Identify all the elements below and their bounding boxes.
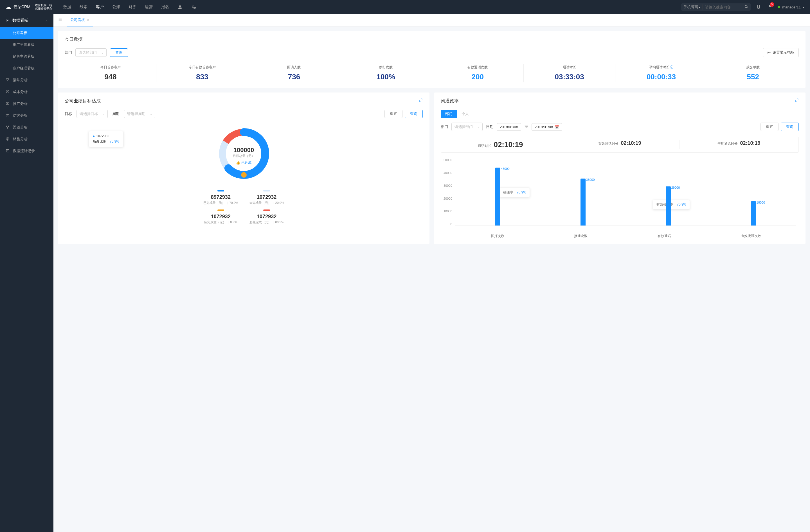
logo-title: 云朵CRM	[14, 4, 30, 10]
bell-icon[interactable]: 5	[767, 4, 772, 10]
sidebar-item-cost[interactable]: 成本分析	[0, 86, 53, 98]
nav-public[interactable]: 公海	[112, 4, 120, 10]
comm-title: 沟通效率	[441, 98, 799, 104]
stat-label: 拨打次数	[340, 65, 432, 70]
dept-select[interactable]: 请选择部门⌄	[451, 122, 483, 131]
tab-label: 公司看板	[70, 17, 85, 22]
stat-label: 平均通话时长ⓘ	[615, 65, 707, 70]
channel-icon	[6, 125, 10, 130]
sidebar-item-funnel[interactable]: 漏斗分析	[0, 74, 53, 86]
query-button[interactable]: 查询	[405, 110, 423, 118]
stat-label: 有效通话次数	[432, 65, 523, 70]
tab-person[interactable]: 个人	[457, 110, 473, 118]
svg-rect-8	[6, 102, 9, 104]
date-label: 日期	[486, 124, 493, 129]
nav-data[interactable]: 数据	[63, 4, 71, 10]
donut-chart: 1072932 所占比例：70.9% 100000 目标总量（元）	[65, 122, 423, 225]
info-icon[interactable]: ⓘ	[670, 65, 673, 70]
top-nav: 数据 线索 客户 公海 财务 运营 报名	[63, 4, 681, 10]
sidebar-item-sales[interactable]: 销售分析	[0, 133, 53, 145]
reset-button[interactable]: 重置	[385, 110, 403, 118]
sidebar-item-manager-board[interactable]: 客户经理看板	[0, 63, 53, 74]
sidebar-item-company-board[interactable]: 公司看板	[0, 27, 53, 39]
nav-operate[interactable]: 运营	[145, 4, 153, 10]
svg-point-2	[745, 5, 747, 7]
nav-signup[interactable]: 报名	[161, 4, 169, 10]
bar-chart: 50000400003000020000100000 接通率：70.9% 有效接…	[441, 158, 799, 238]
search-icon[interactable]	[744, 5, 748, 10]
time-stat: 通话时长02:10:19	[441, 140, 560, 149]
svg-point-9	[7, 114, 8, 115]
legend-item: 1072932应完成量（元） | 8.9%	[203, 207, 238, 225]
svg-point-0	[179, 5, 181, 7]
content: 今日数据 部门 请选择部门⌄ 查询 设置显示指标 今日首咨客户948今日有效首咨…	[53, 27, 810, 532]
sidebar-item-promo-board[interactable]: 推广主管看板	[0, 39, 53, 51]
date-to-input[interactable]: 2018/01/08📅	[532, 123, 562, 131]
calendar-icon: 📅	[555, 125, 559, 129]
user-menu[interactable]: manager11 ▾	[778, 5, 804, 9]
legend-item: 1072932超额完成（元） | 89.9%	[249, 207, 284, 225]
date-from-input[interactable]: 2018/01/08	[497, 123, 521, 131]
sidebar-item-sales-board[interactable]: 销售主管看板	[0, 51, 53, 63]
thumbs-up-icon: 👍	[236, 161, 240, 165]
list-icon	[6, 149, 10, 153]
time-stat: 有效通话时长02:10:19	[560, 140, 680, 149]
bar: 35000	[581, 179, 586, 226]
stat-item: 平均通话时长ⓘ00:00:33	[615, 64, 707, 82]
main: 公司看板 ✕ 今日数据 部门 请选择部门⌄ 查询 设置显示指标	[53, 14, 810, 532]
stat-label: 今日首咨客户	[65, 65, 156, 70]
nav-phone-icon[interactable]	[191, 4, 196, 10]
visitor-icon	[6, 113, 10, 118]
sidebar: 数据看板 ︿ 公司看板 推广主管看板 销售主管看板 客户经理看板 漏斗分析 成本…	[0, 14, 53, 532]
chevron-down-icon: ⌄	[102, 113, 104, 116]
x-axis-label: 拨打次数	[491, 234, 504, 238]
chevron-down-icon: ⌄	[150, 113, 152, 116]
tab-dept[interactable]: 部门	[441, 110, 457, 118]
communication-card: 沟通效率 部门 个人 部门 请选择部门⌄ 日期 2018/01/08 至 201…	[434, 93, 806, 244]
username: manager11	[782, 5, 801, 9]
svg-point-15	[7, 138, 9, 139]
sidebar-item-dataflow[interactable]: 数据流转记录	[0, 145, 53, 157]
logo[interactable]: ☁ 云朵CRM 教育机构一站 式服务云平台	[6, 4, 52, 11]
dept-select[interactable]: 请选择部门⌄	[75, 48, 107, 57]
reset-button[interactable]: 重置	[761, 122, 778, 131]
tab-company-board[interactable]: 公司看板 ✕	[67, 14, 93, 27]
dept-label: 部门	[65, 50, 72, 55]
query-button[interactable]: 查询	[110, 48, 128, 57]
stat-label: 通话时长	[524, 65, 615, 70]
expand-icon[interactable]	[795, 98, 799, 103]
expand-icon[interactable]	[419, 98, 423, 103]
nav-leads[interactable]: 线索	[80, 4, 87, 10]
stat-value: 03:33:03	[524, 72, 615, 81]
sidebar-group-dashboards[interactable]: 数据看板 ︿	[0, 14, 53, 27]
bar: 18000	[751, 201, 756, 226]
search-input[interactable]	[705, 5, 744, 9]
query-button[interactable]: 查询	[781, 122, 799, 131]
close-icon[interactable]: ✕	[87, 18, 90, 22]
sidebar-item-promo[interactable]: 推广分析	[0, 98, 53, 110]
nav-finance[interactable]: 财务	[129, 4, 136, 10]
hamburger-icon[interactable]	[58, 17, 62, 23]
stat-label: 成交单数	[707, 65, 799, 70]
stat-label: 回访人数	[248, 65, 340, 70]
nav-customers[interactable]: 客户	[96, 4, 104, 10]
tab-switch: 部门 个人	[441, 110, 799, 118]
sidebar-item-channel[interactable]: 渠道分析	[0, 121, 53, 133]
chevron-down-icon: ▾	[803, 6, 804, 9]
search-type-select[interactable]: 手机号码 ▾	[683, 4, 703, 10]
mobile-icon[interactable]	[756, 4, 761, 10]
period-select[interactable]: 请选择周期⌄	[124, 110, 155, 118]
sidebar-item-visitor[interactable]: 访客分析	[0, 110, 53, 121]
header-actions: 5	[756, 4, 772, 10]
chevron-down-icon: ▾	[699, 6, 700, 9]
settings-indicators-button[interactable]: 设置显示指标	[763, 48, 799, 57]
stat-value: 552	[707, 72, 799, 81]
x-axis-label: 有效通话	[658, 234, 671, 238]
target-select[interactable]: 请选择目标⌄	[77, 110, 108, 118]
chart-tooltip-1: 接通率：70.9%	[500, 187, 530, 197]
clock-icon	[6, 90, 10, 95]
nav-user-icon[interactable]	[177, 4, 182, 10]
stat-value: 736	[248, 72, 340, 81]
today-data-card: 今日数据 部门 请选择部门⌄ 查询 设置显示指标 今日首咨客户948今日有效首咨…	[58, 31, 806, 88]
legend-item: 1072932未完成量（元） | 20.9%	[249, 187, 284, 205]
